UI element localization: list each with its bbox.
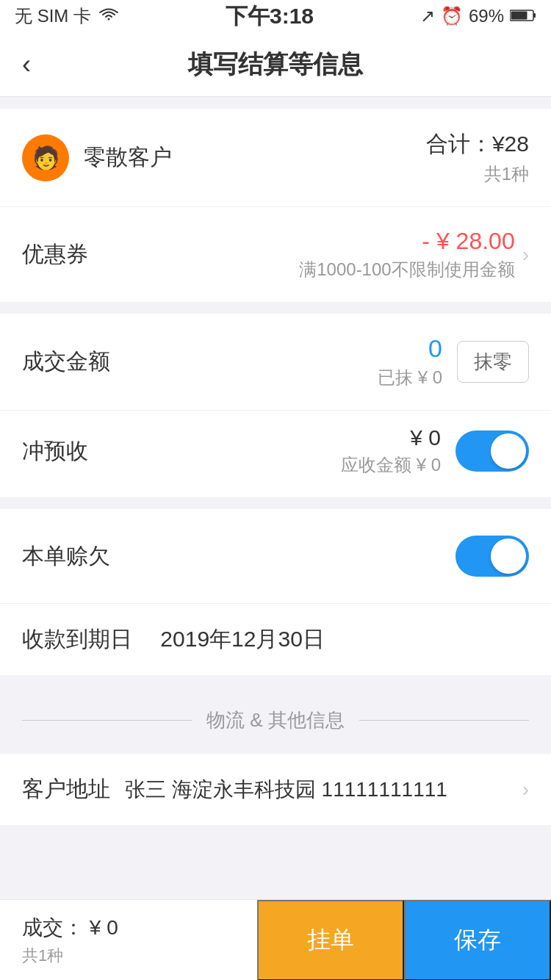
customer-left: 🧑 零散客户 [22, 134, 172, 181]
chevron-right-icon: › [522, 243, 529, 267]
status-bar: 无 SIM 卡 下午3:18 ↗ ⏰ 69% [0, 0, 551, 32]
alarm-icon: ⏰ [441, 6, 463, 26]
transaction-section: 成交金额 0 已抹 ¥ 0 抹零 冲预收 ¥ 0 应收金额 ¥ 0 [0, 314, 551, 497]
debt-row: 本单赊欠 [0, 509, 551, 603]
debt-label: 本单赊欠 [22, 541, 110, 572]
prepay-toggle[interactable] [455, 430, 529, 472]
due-date-row: 收款到期日 2019年12月30日 [0, 603, 551, 675]
bottom-bar: 成交： ¥ 0 共1种 挂单 保存 [0, 899, 551, 980]
transaction-value[interactable]: 0 [378, 334, 442, 363]
coupon-desc: 满1000-100不限制使用金额 [299, 258, 514, 281]
prepay-sub: 应收金额 ¥ 0 [341, 453, 441, 477]
bottom-deal-count: 共1种 [22, 945, 235, 967]
prepay-amounts: ¥ 0 应收金额 ¥ 0 [341, 425, 441, 477]
prepay-divider-row: 冲预收 ¥ 0 应收金额 ¥ 0 [0, 410, 551, 497]
status-left: 无 SIM 卡 [15, 4, 119, 28]
status-time: 下午3:18 [226, 1, 314, 32]
location-icon: ↗ [420, 6, 435, 26]
round-off-button[interactable]: 抹零 [457, 341, 529, 383]
sim-text: 无 SIM 卡 [15, 4, 91, 28]
divider-line-left [22, 720, 192, 721]
transaction-row: 成交金额 0 已抹 ¥ 0 抹零 [0, 314, 551, 410]
address-value: 张三 海淀永丰科技园 11111111111 [125, 776, 522, 804]
prepay-amount: ¥ 0 [341, 425, 441, 450]
customer-right: 合计：¥28 共1种 [426, 129, 529, 186]
status-right: ↗ ⏰ 69% [420, 6, 536, 26]
coupon-amount: - ¥ 28.00 [299, 228, 514, 255]
transaction-label: 成交金额 [22, 347, 110, 377]
prepay-right: ¥ 0 应收金额 ¥ 0 [341, 425, 529, 477]
total-count: 共1种 [426, 162, 529, 186]
debt-toggle-knob [491, 538, 526, 574]
coupon-row[interactable]: 优惠券 - ¥ 28.00 满1000-100不限制使用金额 › [0, 206, 551, 302]
bottom-deal-amount: 成交： ¥ 0 [22, 914, 235, 942]
customer-row: 🧑 零散客户 合计：¥28 共1种 [0, 109, 551, 206]
toggle-knob [491, 433, 526, 469]
transaction-right: 0 已抹 ¥ 0 抹零 [378, 334, 529, 389]
address-label: 客户地址 [22, 774, 110, 804]
save-button[interactable]: 保存 [404, 900, 551, 981]
due-date-value: 2019年12月30日 [160, 627, 324, 651]
address-chevron-icon: › [522, 778, 529, 801]
bottom-info: 成交： ¥ 0 共1种 [0, 914, 257, 967]
coupon-right: - ¥ 28.00 满1000-100不限制使用金额 › [299, 228, 529, 281]
due-date-label: 收款到期日 [22, 627, 132, 651]
customer-section: 🧑 零散客户 合计：¥28 共1种 优惠券 - ¥ 28.00 满1000-10… [0, 109, 551, 302]
logistics-label: 物流 & 其他信息 [206, 707, 345, 733]
avatar-icon: 🧑 [32, 145, 60, 170]
coupon-values: - ¥ 28.00 满1000-100不限制使用金额 [299, 228, 514, 281]
customer-name: 零散客户 [84, 143, 172, 173]
battery-icon [510, 6, 536, 26]
back-button[interactable]: ‹ [22, 49, 31, 80]
prepay-label: 冲预收 [22, 436, 88, 466]
address-row[interactable]: 客户地址 张三 海淀永丰科技园 11111111111 › [0, 754, 551, 825]
wifi-icon [98, 6, 119, 26]
logistics-divider: 物流 & 其他信息 [0, 687, 551, 754]
prepay-row: 冲预收 ¥ 0 应收金额 ¥ 0 [22, 425, 529, 477]
total-amount: 合计：¥28 [426, 129, 529, 159]
coupon-label: 优惠券 [22, 239, 88, 270]
divider-line-right [359, 720, 529, 721]
transaction-amount-area: 0 已抹 ¥ 0 [378, 334, 442, 389]
page-title: 填写结算等信息 [188, 48, 363, 82]
debt-section: 本单赊欠 收款到期日 2019年12月30日 [0, 509, 551, 675]
avatar: 🧑 [22, 134, 69, 181]
hold-button[interactable]: 挂单 [257, 900, 404, 981]
svg-rect-2 [511, 12, 527, 20]
debt-toggle[interactable] [455, 536, 529, 577]
battery-text: 69% [469, 6, 504, 26]
svg-rect-1 [533, 13, 536, 18]
nav-bar: ‹ 填写结算等信息 [0, 32, 551, 97]
transaction-sub: 已抹 ¥ 0 [378, 366, 442, 389]
